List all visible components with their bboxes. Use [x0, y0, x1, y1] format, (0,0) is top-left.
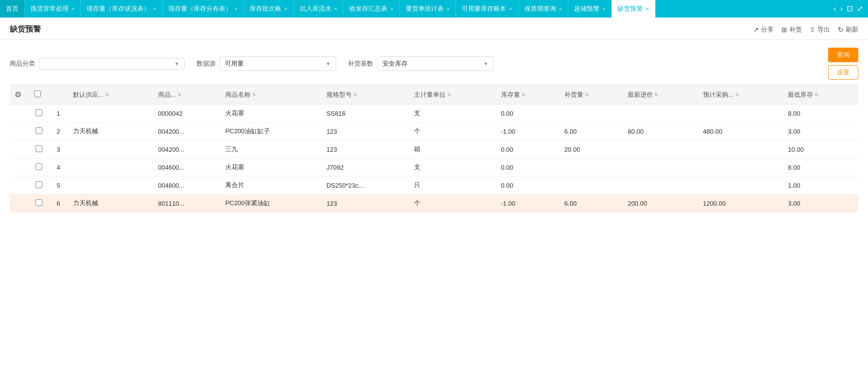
close-icon[interactable]: × — [646, 6, 649, 12]
row-checkbox-cell — [29, 123, 49, 141]
row-min-stock: 3.00 — [783, 194, 858, 212]
row-est-purchase — [698, 141, 783, 158]
col-spec-label: 规格型号 — [326, 90, 352, 99]
row-checkbox-cell — [29, 194, 49, 212]
row-product-code: 004200... — [153, 141, 220, 158]
chevron-down-icon: ▼ — [174, 61, 180, 67]
row-checkbox[interactable] — [36, 163, 42, 170]
close-icon[interactable]: × — [602, 6, 605, 12]
nav-tab-stock1-label: 现存量（库存状况表） — [87, 4, 150, 13]
row-checkbox[interactable] — [36, 145, 42, 152]
col-num — [49, 85, 68, 105]
row-spec: 123 — [322, 194, 409, 212]
col-est-purchase: 预计采购... ⇅ — [698, 85, 783, 105]
sort-icon: ⇅ — [353, 92, 357, 97]
nav-tab-stock2[interactable]: 现存量（库存分布表） × — [163, 0, 244, 18]
sort-icon: ⇅ — [735, 92, 739, 97]
col-min-stock-label: 最低库存 — [788, 90, 813, 99]
col-min-stock: 最低库存 ⇅ — [783, 85, 858, 105]
export-button[interactable]: ⇧ 导出 — [810, 25, 830, 34]
col-replenish: 补货量 ⇅ — [560, 85, 623, 105]
row-est-purchase: 1200.00 — [698, 194, 783, 212]
col-product-name-label: 商品名称 — [225, 90, 251, 99]
row-checkbox[interactable] — [36, 127, 42, 134]
row-checkbox[interactable] — [36, 181, 42, 188]
col-unit-label: 主计量单位 — [414, 90, 446, 99]
replenish-button[interactable]: ⊞ 补货 — [781, 25, 802, 34]
refresh-icon: ↻ — [838, 26, 844, 34]
row-replenish: 6.00 — [560, 123, 623, 141]
nav-tab-requisition[interactable]: 要货单统计表 × — [400, 0, 456, 18]
close-icon[interactable]: × — [72, 6, 74, 12]
share-label: 分享 — [761, 25, 774, 34]
data-table: ⚙ 默认供应... ⇅ 商品... — [10, 85, 858, 212]
row-supplier — [68, 141, 153, 158]
row-settings — [10, 194, 29, 212]
close-icon[interactable]: × — [153, 6, 156, 12]
data-source-select[interactable]: 可用量 ▼ — [219, 56, 336, 71]
row-est-purchase — [698, 158, 783, 176]
sort-icon: ⇅ — [522, 92, 525, 97]
filter-data-source: 数据源 可用量 ▼ — [197, 56, 336, 71]
close-icon[interactable]: × — [334, 6, 337, 12]
row-checkbox[interactable] — [36, 109, 42, 116]
nav-tab-pick[interactable]: 拣货异常处理 × — [25, 0, 81, 18]
replenish-base-value: 安全库存 — [382, 59, 408, 68]
row-unit: 支 — [409, 105, 496, 123]
row-stock: -1.00 — [496, 194, 560, 212]
nav-restore-button[interactable]: ⊡ — [845, 0, 855, 18]
row-unit: 个 — [409, 194, 496, 212]
replenish-label: 补货 — [789, 25, 802, 34]
row-product-name: 三九 — [220, 141, 322, 158]
row-settings — [10, 141, 29, 158]
query-button[interactable]: 查询 — [828, 48, 858, 62]
page-header: 缺货预警 ↗ 分享 ⊞ 补货 ⇧ 导出 ↻ 刷新 — [0, 18, 868, 40]
close-icon[interactable]: × — [390, 6, 393, 12]
col-replenish-label: 补货量 — [564, 90, 583, 99]
nav-tab-expiry[interactable]: 保质期查询 × — [519, 0, 568, 18]
close-icon[interactable]: × — [235, 6, 237, 12]
row-latest-price — [623, 105, 698, 123]
row-num: 4 — [49, 158, 68, 176]
nav-tab-flow[interactable]: 出入库流水 × — [294, 0, 344, 18]
close-icon[interactable]: × — [509, 6, 512, 12]
row-replenish: 20.00 — [560, 141, 623, 158]
nav-tab-batch[interactable]: 库存批次账 × — [244, 0, 293, 18]
nav-maximize-button[interactable]: ⤢ — [855, 0, 865, 18]
close-icon[interactable]: × — [559, 6, 562, 12]
nav-tab-pick-label: 拣货异常处理 — [31, 4, 69, 13]
share-button[interactable]: ↗ 分享 — [753, 25, 774, 34]
nav-tab-home[interactable]: 首页 — [0, 0, 25, 18]
replenish-base-select[interactable]: 安全库存 ▼ — [377, 56, 494, 71]
nav-tab-overstock[interactable]: 超储预警 × — [568, 0, 612, 18]
product-category-select[interactable]: ▼ — [39, 58, 185, 70]
table-row: 5 004800... 离合片 DS250*23c... 只 0.00 1.00 — [10, 176, 858, 194]
row-product-name: PC200张紧油缸 — [220, 194, 322, 212]
refresh-button[interactable]: ↻ 刷新 — [838, 25, 858, 34]
settings-button[interactable]: 设置 — [828, 65, 858, 80]
table-row: 1 0000042 火花塞 SS816 支 0.00 8.00 — [10, 105, 858, 123]
gear-icon[interactable]: ⚙ — [15, 90, 21, 99]
sort-icon: ⇅ — [105, 92, 109, 97]
close-icon[interactable]: × — [447, 6, 450, 12]
nav-tab-summary[interactable]: 收发存汇总表 × — [344, 0, 399, 18]
row-min-stock: 1.00 — [783, 176, 858, 194]
row-checkbox[interactable] — [36, 199, 42, 206]
row-spec: SS816 — [322, 105, 409, 123]
nav-next-button[interactable]: › — [838, 0, 845, 18]
col-checkbox — [29, 85, 49, 105]
row-product-code: 004600... — [153, 158, 220, 176]
nav-tab-available[interactable]: 可用量库存账本 × — [456, 0, 518, 18]
nav-tab-summary-label: 收发存汇总表 — [349, 4, 387, 13]
close-icon[interactable]: × — [284, 6, 287, 12]
nav-tab-shortage[interactable]: 缺货预警 × — [612, 0, 655, 18]
col-unit: 主计量单位 ⇅ — [409, 85, 496, 105]
nav-tab-stock1[interactable]: 现存量（库存状况表） × — [81, 0, 162, 18]
select-all-checkbox[interactable] — [34, 90, 41, 97]
nav-prev-button[interactable]: ‹ — [832, 0, 838, 18]
row-replenish — [560, 158, 623, 176]
row-min-stock: 3.00 — [783, 123, 858, 141]
row-num: 1 — [49, 105, 68, 123]
row-spec: J7092 — [322, 158, 409, 176]
row-product-name: 火花塞 — [220, 105, 322, 123]
